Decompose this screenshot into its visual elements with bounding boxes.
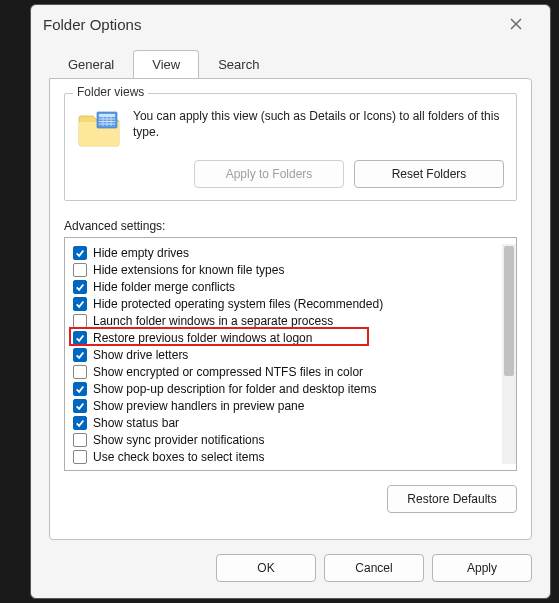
check-icon [75, 384, 85, 394]
checkbox[interactable] [73, 450, 87, 464]
setting-label: Show preview handlers in preview pane [93, 399, 304, 413]
apply-button[interactable]: Apply [432, 554, 532, 582]
setting-label: Use check boxes to select items [93, 450, 264, 464]
folder-views-description: You can apply this view (such as Details… [133, 108, 504, 148]
setting-label: Show encrypted or compressed NTFS files … [93, 365, 363, 379]
scrollbar-thumb[interactable] [504, 246, 514, 376]
setting-row[interactable]: Show status bar [73, 414, 498, 431]
setting-label: Show drive letters [93, 348, 188, 362]
reset-folders-button[interactable]: Reset Folders [354, 160, 504, 188]
checkbox[interactable] [73, 365, 87, 379]
setting-row[interactable]: Show encrypted or compressed NTFS files … [73, 363, 498, 380]
setting-label: Show pop-up description for folder and d… [93, 382, 377, 396]
setting-label: Show sync provider notifications [93, 433, 264, 447]
dialog-footer: OK Cancel Apply [31, 554, 550, 598]
titlebar: Folder Options [31, 5, 550, 43]
checkbox[interactable] [73, 348, 87, 362]
checkbox[interactable] [73, 314, 87, 328]
setting-label: Hide extensions for known file types [93, 263, 284, 277]
check-icon [75, 401, 85, 411]
folder-views-legend: Folder views [73, 85, 148, 99]
setting-row[interactable]: Hide protected operating system files (R… [73, 295, 498, 312]
setting-row[interactable]: Show sync provider notifications [73, 431, 498, 448]
checkbox[interactable] [73, 297, 87, 311]
close-icon [510, 18, 522, 30]
advanced-settings-list: Hide empty drivesHide extensions for kno… [64, 237, 517, 471]
setting-row[interactable]: Hide extensions for known file types [73, 261, 498, 278]
apply-to-folders-button[interactable]: Apply to Folders [194, 160, 344, 188]
ok-button[interactable]: OK [216, 554, 316, 582]
setting-label: Hide folder merge conflicts [93, 280, 235, 294]
folder-views-group: Folder views You can apply this view (su… [64, 93, 517, 201]
close-button[interactable] [494, 9, 538, 39]
scrollbar[interactable] [502, 244, 516, 464]
cancel-button[interactable]: Cancel [324, 554, 424, 582]
setting-label: Restore previous folder windows at logon [93, 331, 312, 345]
tab-body-view: Folder views You can apply this view (su… [49, 78, 532, 540]
setting-row[interactable]: Launch folder windows in a separate proc… [73, 312, 498, 329]
check-icon [75, 350, 85, 360]
checkbox[interactable] [73, 399, 87, 413]
dialog-title: Folder Options [43, 16, 141, 33]
setting-label: Hide protected operating system files (R… [93, 297, 383, 311]
setting-label: Show status bar [93, 416, 179, 430]
check-icon [75, 282, 85, 292]
checkbox[interactable] [73, 246, 87, 260]
check-icon [75, 299, 85, 309]
restore-defaults-button[interactable]: Restore Defaults [387, 485, 517, 513]
tab-search[interactable]: Search [199, 50, 278, 79]
tab-general[interactable]: General [49, 50, 133, 79]
checkbox[interactable] [73, 280, 87, 294]
tab-strip: General View Search [31, 49, 550, 78]
advanced-settings-label: Advanced settings: [64, 219, 517, 233]
setting-row[interactable]: Use check boxes to select items [73, 448, 498, 464]
setting-row[interactable]: Hide folder merge conflicts [73, 278, 498, 295]
checkbox[interactable] [73, 331, 87, 345]
setting-row[interactable]: Hide empty drives [73, 244, 498, 261]
setting-label: Hide empty drives [93, 246, 189, 260]
checkbox[interactable] [73, 433, 87, 447]
checkbox[interactable] [73, 263, 87, 277]
setting-label: Launch folder windows in a separate proc… [93, 314, 333, 328]
setting-row[interactable]: Show pop-up description for folder and d… [73, 380, 498, 397]
setting-row[interactable]: Restore previous folder windows at logon [73, 329, 498, 346]
checkbox[interactable] [73, 382, 87, 396]
checkbox[interactable] [73, 416, 87, 430]
setting-row[interactable]: Show drive letters [73, 346, 498, 363]
folder-options-dialog: Folder Options General View Search Folde… [30, 4, 551, 599]
check-icon [75, 418, 85, 428]
check-icon [75, 248, 85, 258]
folder-icon [77, 108, 121, 148]
check-icon [75, 333, 85, 343]
setting-row[interactable]: Show preview handlers in preview pane [73, 397, 498, 414]
tab-view[interactable]: View [133, 50, 199, 79]
